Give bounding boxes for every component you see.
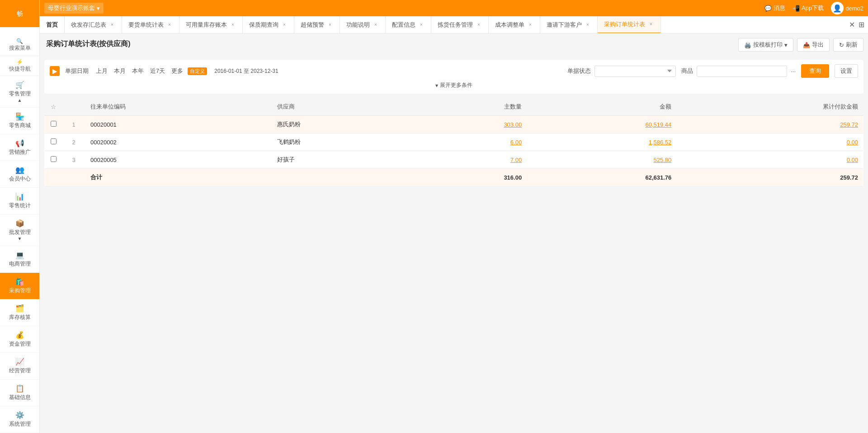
expand-more-btn[interactable]: ▾ 展开更多条件: [435, 81, 472, 89]
row-main-qty[interactable]: 7.00: [410, 151, 527, 169]
tab-home[interactable]: 首页: [40, 16, 65, 33]
tab-demand-stats[interactable]: 要货单统计表 ×: [122, 16, 179, 33]
table-header-row: ☆ 往来单位编码 供应商 主数量 金额: [44, 98, 863, 116]
tab-func-desc-label: 功能说明: [346, 21, 370, 29]
sidebar-item-purchase[interactable]: 🛍️ 采购管理: [0, 273, 39, 300]
sidebar: 畅 标题 🔍 搜索菜单 ⚡ 快捷导航 🛒 零售管理 ▲ 🏪 零售商城 📢 营销推…: [0, 0, 40, 433]
refresh-btn[interactable]: ↻ 刷新: [833, 38, 863, 52]
row-amount[interactable]: 1,586.52: [527, 133, 677, 151]
member-center-icon: 👥: [15, 166, 24, 174]
date-shortcut-7days[interactable]: 近7天: [148, 66, 167, 76]
table-row[interactable]: 2 00020002 飞鹤奶粉 6.00 1,586.52 0.00: [44, 133, 863, 151]
sidebar-item-finance[interactable]: 💰 资金管理: [0, 326, 39, 353]
th-amount-label: 金额: [660, 103, 671, 110]
tab-invite-downstream-label: 邀请下游客户: [547, 21, 582, 29]
sidebar-item-marketing[interactable]: 📢 营销推广: [0, 134, 39, 161]
row-checkbox[interactable]: [44, 116, 62, 133]
th-index: [62, 98, 85, 116]
status-filter-label: 单据状态: [567, 67, 591, 75]
maximize-btn[interactable]: ⊞: [859, 20, 864, 29]
row-paid-amount[interactable]: 0.00: [677, 151, 863, 169]
footer-paid-amount: 259.72: [677, 169, 863, 186]
message-btn[interactable]: 💬 消息: [764, 4, 785, 12]
export-btn[interactable]: 📤 导出: [797, 38, 830, 52]
print-btn[interactable]: 🖨️ 按模板打印 ▾: [738, 38, 793, 52]
tab-func-desc-close[interactable]: ×: [373, 22, 379, 28]
tab-config-info-close[interactable]: ×: [418, 22, 425, 28]
row-checkbox[interactable]: [44, 151, 62, 169]
tab-pick-task-close[interactable]: ×: [476, 22, 482, 28]
row-amount[interactable]: 60,519.44: [527, 116, 677, 133]
sidebar-item-member-center-label: 会员中心: [9, 175, 31, 183]
content-area: 采购订单统计表(按供应商) 🖨️ 按模板打印 ▾ 📤 导出 ↻ 刷新: [40, 33, 868, 433]
filter-toggle-btn[interactable]: ▶: [50, 66, 60, 76]
sidebar-quicknav[interactable]: ⚡ 快捷导航: [0, 56, 39, 76]
tab-overstock-alert[interactable]: 超储预警 ×: [294, 16, 340, 33]
tab-available-stock-close[interactable]: ×: [230, 22, 236, 28]
sidebar-item-retail-mgmt[interactable]: 🛒 零售管理 ▲: [0, 76, 39, 108]
tab-cost-adj[interactable]: 成本调整单 ×: [489, 16, 540, 33]
sidebar-item-retail-mall[interactable]: 🏪 零售商城: [0, 108, 39, 134]
inventory-icon: 🗂️: [15, 304, 24, 313]
row-supplier-code: 00020002: [85, 133, 272, 151]
table-row[interactable]: 1 00020001 惠氏奶粉 303.00 60,519.44 259.72: [44, 116, 863, 133]
sidebar-item-sys-mgmt[interactable]: ⚙️ 系统管理: [0, 406, 39, 433]
tab-expiry-query-close[interactable]: ×: [281, 22, 288, 28]
sidebar-item-retail-stats[interactable]: 📊 零售统计: [0, 188, 39, 214]
row-amount[interactable]: 525.80: [527, 151, 677, 169]
th-paid-amount: 累计付款金额: [677, 98, 863, 116]
row-supplier-name: 好孩子: [272, 151, 410, 169]
row-checkbox[interactable]: [44, 133, 62, 151]
close-all-tabs-btn[interactable]: ✕: [849, 20, 855, 29]
sidebar-item-purchase-label: 采购管理: [9, 287, 31, 295]
settings-label: 设置: [840, 67, 852, 74]
tab-collect-send[interactable]: 收发存汇总表 ×: [65, 16, 122, 33]
date-shortcut-last-month[interactable]: 上月: [94, 66, 109, 76]
tab-pick-task[interactable]: 拣货任务管理 ×: [431, 16, 489, 33]
date-shortcut-this-month[interactable]: 本月: [112, 66, 127, 76]
tab-available-stock[interactable]: 可用量库存账本 ×: [179, 16, 243, 33]
query-btn[interactable]: 查询: [801, 64, 829, 78]
footer-empty: [44, 169, 85, 186]
tab-collect-send-close[interactable]: ×: [109, 22, 115, 28]
tab-config-info-label: 配置信息: [392, 21, 415, 29]
sidebar-search[interactable]: 🔍 搜索菜单: [0, 34, 39, 56]
app-download-btn[interactable]: 📲 App下载: [793, 4, 824, 12]
row-paid-amount[interactable]: 0.00: [677, 133, 863, 151]
main-content: 母婴行业演示账套 ▾ 💬 消息 📲 App下载 👤 demo2 首页: [40, 0, 868, 433]
tab-purchase-stats-close[interactable]: ×: [648, 21, 654, 28]
sidebar-item-wholesale-mgmt[interactable]: 📦 批发管理 ▼: [0, 214, 39, 246]
tab-overstock-alert-close[interactable]: ×: [327, 22, 333, 28]
goods-filter-more[interactable]: ···: [791, 68, 796, 75]
th-amount: 金额: [527, 98, 677, 116]
sidebar-item-inventory[interactable]: 🗂️ 库存核算: [0, 300, 39, 326]
date-shortcut-this-year[interactable]: 本年: [130, 66, 146, 76]
date-custom-tag[interactable]: 自定义: [188, 67, 207, 75]
tab-cost-adj-close[interactable]: ×: [527, 22, 533, 28]
date-shortcut-more[interactable]: 更多: [170, 66, 185, 76]
row-paid-amount[interactable]: 259.72: [677, 116, 863, 133]
tab-config-info[interactable]: 配置信息 ×: [386, 16, 431, 33]
sidebar-item-member-center[interactable]: 👥 会员中心: [0, 161, 39, 188]
column-settings-icon[interactable]: ☆: [51, 103, 57, 110]
row-main-qty[interactable]: 303.00: [410, 116, 527, 133]
tab-purchase-stats[interactable]: 采购订单统计表 ×: [598, 16, 661, 33]
tab-func-desc[interactable]: 功能说明 ×: [340, 16, 386, 33]
tab-demand-stats-close[interactable]: ×: [166, 22, 173, 28]
table-row[interactable]: 3 00020005 好孩子 7.00 525.80 0.00: [44, 151, 863, 169]
sidebar-item-basic-info[interactable]: 📋 基础信息: [0, 380, 39, 406]
th-supplier-name-label: 供应商: [277, 103, 295, 110]
org-selector[interactable]: 母婴行业演示账套 ▾: [44, 3, 104, 14]
user-avatar-btn[interactable]: 👤 demo2: [831, 2, 863, 14]
status-filter-select[interactable]: [594, 66, 676, 77]
sidebar-item-ecommerce[interactable]: 💻 电商管理: [0, 246, 39, 273]
row-main-qty[interactable]: 6.00: [410, 133, 527, 151]
settings-btn[interactable]: 设置: [835, 64, 858, 78]
goods-filter-input[interactable]: [697, 66, 787, 77]
sidebar-quicknav-label: 快捷导航: [9, 65, 31, 73]
tab-invite-downstream-close[interactable]: ×: [585, 22, 591, 28]
filter-status: 单据状态: [567, 66, 676, 77]
tab-expiry-query[interactable]: 保质期查询 ×: [243, 16, 294, 33]
sidebar-item-ops[interactable]: 📈 经营管理: [0, 353, 39, 380]
tab-invite-downstream[interactable]: 邀请下游客户 ×: [540, 16, 598, 33]
